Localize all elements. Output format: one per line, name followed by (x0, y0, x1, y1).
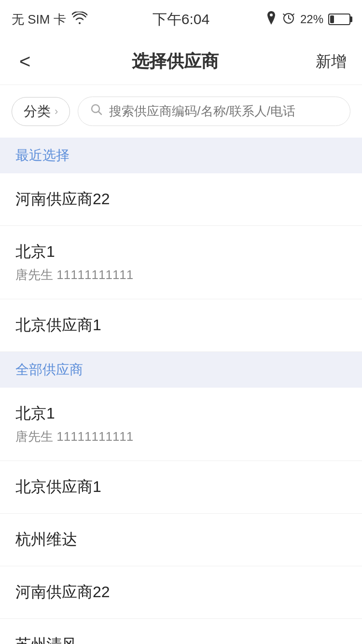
recent-section-label: 最近选择 (15, 148, 70, 163)
battery-percent: 22% (300, 13, 323, 26)
search-icon (90, 103, 103, 120)
list-item[interactable]: 河南供应商22 (0, 566, 362, 619)
alarm-icon (282, 11, 295, 28)
search-input[interactable] (109, 104, 338, 119)
list-item[interactable]: 杭州维达 (0, 514, 362, 566)
search-input-wrap (78, 97, 350, 126)
supplier-contact: 唐先生 11111111111 (15, 266, 347, 283)
supplier-name: 北京供应商1 (15, 315, 347, 336)
battery-icon (328, 14, 350, 25)
recent-section-header: 最近选择 (0, 138, 362, 173)
location-icon (265, 11, 277, 28)
category-filter-button[interactable]: 分类 › (12, 97, 70, 126)
all-section-header: 全部供应商 (0, 352, 362, 388)
status-left: 无 SIM 卡 (12, 11, 87, 28)
supplier-name: 北京1 (15, 241, 347, 263)
supplier-name: 北京1 (15, 403, 347, 424)
list-item[interactable]: 河南供应商22 (0, 173, 362, 226)
search-area: 分类 › (0, 85, 362, 138)
category-label: 分类 (24, 102, 51, 121)
all-section-label: 全部供应商 (15, 362, 83, 377)
status-right: 22% (265, 11, 350, 28)
list-item[interactable]: 北京供应商1 (0, 299, 362, 352)
list-item[interactable]: 北京1 唐先生 11111111111 (0, 226, 362, 299)
supplier-name: 河南供应商22 (15, 189, 347, 210)
chevron-right-icon: › (55, 105, 58, 118)
supplier-name: 杭州维达 (15, 529, 347, 550)
back-button[interactable]: < (15, 47, 34, 76)
supplier-name: 苏州清风 (15, 634, 347, 644)
status-bar: 无 SIM 卡 下午6:04 22% (0, 0, 362, 39)
list-item[interactable]: 北京1 唐先生 11111111111 (0, 388, 362, 461)
recent-items-list: 河南供应商22 北京1 唐先生 11111111111 北京供应商1 (0, 173, 362, 352)
status-time: 下午6:04 (153, 10, 209, 29)
add-button[interactable]: 新增 (316, 51, 347, 72)
supplier-name: 河南供应商22 (15, 582, 347, 603)
svg-point-1 (92, 105, 99, 112)
page-title: 选择供应商 (132, 50, 219, 73)
supplier-contact: 唐先生 11111111111 (15, 428, 347, 445)
nav-bar: < 选择供应商 新增 (0, 39, 362, 85)
carrier-label: 无 SIM 卡 (12, 11, 66, 28)
supplier-name: 北京供应商1 (15, 476, 347, 498)
list-item[interactable]: 苏州清风 (0, 619, 362, 644)
wifi-icon (72, 12, 87, 28)
list-item[interactable]: 北京供应商1 (0, 461, 362, 514)
all-items-list: 北京1 唐先生 11111111111 北京供应商1 杭州维达 河南供应商22 … (0, 388, 362, 644)
